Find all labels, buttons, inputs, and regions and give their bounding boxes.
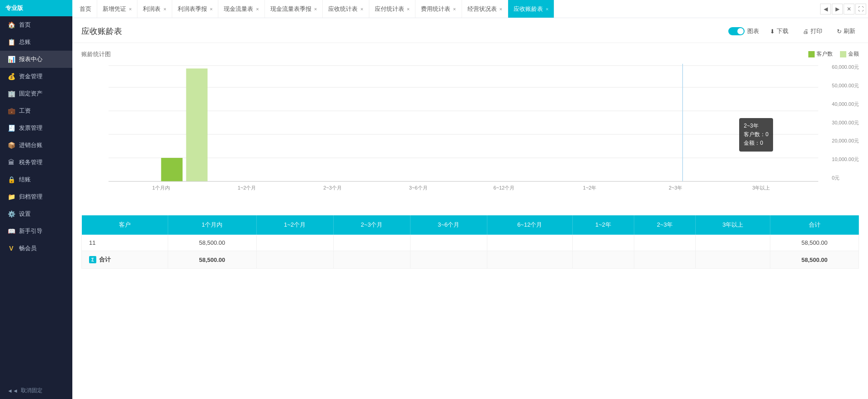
tabs-expand-button[interactable]: ⛶ bbox=[855, 4, 866, 14]
tab-cashflow-label: 现金流量表 bbox=[224, 5, 253, 13]
tab-cashflow-q[interactable]: 现金流量表季报 × bbox=[265, 0, 323, 18]
sidebar-item-funds[interactable]: 💰 资金管理 bbox=[0, 68, 72, 85]
print-icon: 🖨 bbox=[803, 28, 809, 35]
app-logo: 专业版 bbox=[0, 0, 72, 16]
tab-expense-close[interactable]: × bbox=[453, 6, 456, 12]
total-y3plus bbox=[695, 251, 770, 269]
tab-ap-stat-close[interactable]: × bbox=[407, 6, 410, 12]
print-button[interactable]: 🖨 打印 bbox=[799, 25, 826, 37]
tab-voucher-close[interactable]: × bbox=[129, 6, 132, 12]
tab-voucher-label: 新增凭证 bbox=[103, 5, 126, 13]
tab-biz-status-close[interactable]: × bbox=[500, 6, 502, 12]
tabs-nav: ◀ ▶ ✕ ⛶ bbox=[820, 4, 866, 14]
y-right-40k: 40,000.00元 bbox=[832, 101, 859, 108]
tab-ar-aging-close[interactable]: × bbox=[546, 6, 548, 12]
sidebar-item-assets[interactable]: 🏢 固定资产 bbox=[0, 85, 72, 102]
refresh-button[interactable]: ↻ 刷新 bbox=[833, 25, 859, 37]
download-button[interactable]: ⬇ 下载 bbox=[766, 25, 792, 37]
svg-text:3~6个月: 3~6个月 bbox=[409, 185, 428, 190]
data-table: 客户 1个月内 1~2个月 2~3个月 3~6个月 6~12个月 1~2年 2~… bbox=[81, 215, 859, 269]
sidebar-item-home[interactable]: 🏠 首页 bbox=[0, 16, 72, 33]
tab-expense[interactable]: 费用统计表 × bbox=[415, 0, 462, 18]
tab-biz-status[interactable]: 经营状况表 × bbox=[462, 0, 508, 18]
sidebar-item-settings[interactable]: ⚙️ 设置 bbox=[0, 205, 72, 223]
sidebar-item-close[interactable]: 🔒 结账 bbox=[0, 171, 72, 188]
cell-m3 bbox=[333, 235, 410, 251]
col-y3: 2~3年 bbox=[634, 215, 695, 235]
tab-profit-q[interactable]: 利润表季报 × bbox=[172, 0, 218, 18]
sidebar-label-home: 首页 bbox=[19, 21, 31, 29]
sidebar: 专业版 🏠 首页 📋 总账 📊 报表中心 💰 资金管理 🏢 固定资产 💼 工资 … bbox=[0, 0, 72, 399]
tab-profit-close[interactable]: × bbox=[163, 6, 166, 12]
sidebar-label-member: 畅会员 bbox=[19, 244, 37, 252]
tab-ar-aging[interactable]: 应收账龄表 × bbox=[508, 0, 554, 18]
y-right-10k: 10,000.00元 bbox=[832, 156, 859, 163]
sidebar-label-archive: 归档管理 bbox=[19, 193, 42, 201]
tabs-next-button[interactable]: ▶ bbox=[832, 4, 843, 14]
refresh-icon: ↻ bbox=[837, 28, 842, 35]
table-row: 11 58,500.00 58,500.00 bbox=[82, 235, 859, 251]
col-m1: 1个月内 bbox=[168, 215, 256, 235]
tab-profit[interactable]: 利润表 × bbox=[137, 0, 172, 18]
col-m3: 2~3个月 bbox=[333, 215, 410, 235]
unpin-button[interactable]: ◄◄ 取消固定 bbox=[0, 382, 72, 399]
col-y2: 1~2年 bbox=[572, 215, 634, 235]
sidebar-item-salary[interactable]: 💼 工资 bbox=[0, 102, 72, 119]
svg-text:6~12个月: 6~12个月 bbox=[493, 185, 514, 190]
cell-total: 58,500.00 bbox=[770, 235, 859, 251]
table-header-row: 客户 1个月内 1~2个月 2~3个月 3~6个月 6~12个月 1~2年 2~… bbox=[82, 215, 859, 235]
legend-amount-label: 金额 bbox=[848, 50, 859, 58]
col-total: 合计 bbox=[770, 215, 859, 235]
legend-customers-icon bbox=[808, 51, 815, 57]
tab-voucher[interactable]: 新增凭证 × bbox=[97, 0, 137, 18]
tab-ap-stat[interactable]: 应付统计表 × bbox=[369, 0, 415, 18]
tab-ar-stat-close[interactable]: × bbox=[360, 6, 363, 12]
main-area: 首页 新增凭证 × 利润表 × 利润表季报 × 现金流量表 × 现金流量表季报 … bbox=[72, 0, 868, 399]
y-axis-right: 0元 10,000.00元 20,000.00元 30,000.00元 40,0… bbox=[832, 64, 859, 181]
chart-toggle-label: 图表 bbox=[747, 27, 759, 35]
total-y3 bbox=[634, 251, 695, 269]
svg-text:2~3年: 2~3年 bbox=[669, 185, 682, 190]
svg-rect-1 bbox=[840, 51, 846, 57]
sidebar-item-ledger[interactable]: 📋 总账 bbox=[0, 33, 72, 51]
y-right-20k: 20,000.00元 bbox=[832, 138, 859, 144]
sidebar-label-ledger: 总账 bbox=[19, 38, 31, 46]
assets-icon: 🏢 bbox=[7, 90, 15, 97]
tab-cashflow-close[interactable]: × bbox=[256, 6, 259, 12]
sidebar-item-tax[interactable]: 🏛 税务管理 bbox=[0, 154, 72, 171]
tab-profit-q-close[interactable]: × bbox=[210, 6, 212, 12]
invoice-icon: 🧾 bbox=[7, 124, 15, 132]
cell-y2 bbox=[572, 235, 634, 251]
chart-title: 账龄统计图 bbox=[81, 50, 859, 58]
sidebar-item-member[interactable]: V 畅会员 bbox=[0, 240, 72, 257]
sidebar-item-reports[interactable]: 📊 报表中心 bbox=[0, 51, 72, 68]
tab-cashflow-q-close[interactable]: × bbox=[314, 6, 317, 12]
y-right-50k: 50,000.00元 bbox=[832, 82, 859, 89]
legend-amount: 金额 bbox=[840, 50, 859, 58]
tabs-prev-button[interactable]: ◀ bbox=[820, 4, 831, 14]
tab-cashflow[interactable]: 现金流量表 × bbox=[218, 0, 264, 18]
tabs-close-all-button[interactable]: ✕ bbox=[844, 4, 854, 14]
tab-home[interactable]: 首页 bbox=[74, 0, 97, 18]
chart-toggle[interactable]: 图表 bbox=[728, 27, 759, 35]
y-right-0: 0元 bbox=[832, 175, 859, 181]
sidebar-item-invoice[interactable]: 🧾 发票管理 bbox=[0, 119, 72, 137]
tab-ar-stat[interactable]: 应收统计表 × bbox=[323, 0, 369, 18]
col-m12: 6~12个月 bbox=[487, 215, 572, 235]
total-label-cell: Σ 合计 bbox=[82, 251, 168, 269]
page-content: 应收账龄表 图表 ⬇ 下载 🖨 打印 ↻ 刷新 bbox=[72, 18, 868, 399]
svg-rect-0 bbox=[808, 51, 815, 57]
sidebar-item-archive[interactable]: 📁 归档管理 bbox=[0, 188, 72, 205]
sidebar-item-sales[interactable]: 📦 进销台账 bbox=[0, 137, 72, 154]
tabs-bar: 首页 新增凭证 × 利润表 × 利润表季报 × 现金流量表 × 现金流量表季报 … bbox=[72, 0, 868, 18]
total-m2 bbox=[256, 251, 333, 269]
toggle-switch-control[interactable] bbox=[728, 27, 745, 35]
y-right-30k: 30,000.00元 bbox=[832, 119, 859, 126]
print-label: 打印 bbox=[811, 27, 822, 35]
tab-ar-aging-label: 应收账龄表 bbox=[514, 5, 543, 13]
sidebar-item-guide[interactable]: 📖 新手引导 bbox=[0, 223, 72, 240]
sidebar-label-funds: 资金管理 bbox=[19, 72, 42, 81]
sales-icon: 📦 bbox=[7, 142, 15, 149]
table-area: 客户 1个月内 1~2个月 2~3个月 3~6个月 6~12个月 1~2年 2~… bbox=[72, 215, 868, 399]
y-right-60k: 60,000.00元 bbox=[832, 64, 859, 71]
